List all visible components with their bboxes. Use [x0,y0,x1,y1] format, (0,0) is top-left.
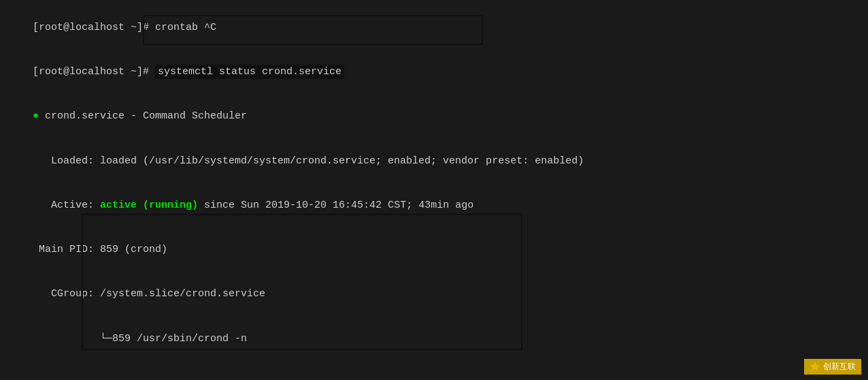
terminal-window: [root@localhost ~]# crontab ^C [root@loc… [0,0,868,380]
terminal-line-9: Oct 20 16:45:42 localhost.localdomain sy… [8,376,860,380]
watermark: 创新互联 [804,359,861,375]
active-since: since Sun 2019-10-20 16:45:42 CST; 43min… [198,200,473,211]
terminal-line-2: [root@localhost ~]# systemctl status cro… [8,50,860,94]
terminal-line-5: Active: active (running) since Sun 2019-… [8,183,860,227]
loaded-label: Loaded: loaded (/usr/lib/systemd/system/… [33,155,584,167]
prompt-1: [root@localhost ~]# crontab ^C [33,22,216,33]
cgroup-process: └─859 /usr/sbin/crond -n [33,333,247,345]
terminal-line-4: Loaded: loaded (/usr/lib/systemd/system/… [8,139,860,183]
watermark-text: 创新互联 [823,361,856,373]
terminal-line-3: ● crond.service - Command Scheduler [8,95,860,139]
terminal-line-blank1 [8,361,860,376]
service-name: crond.service - Command Scheduler [45,110,247,122]
command-highlight: systemctl status crond.service [155,65,344,79]
service-dot: ● [33,110,45,122]
terminal-line-6: Main PID: 859 (crond) [8,227,860,272]
prompt-2: [root@localhost ~]# [33,66,155,78]
terminal-line-8: └─859 /usr/sbin/crond -n [8,317,860,361]
watermark-icon [809,362,820,373]
cgroup-label: CGroup: /system.slice/crond.service [33,288,265,300]
main-pid: Main PID: 859 (crond) [33,244,167,255]
terminal-line-1: [root@localhost ~]# crontab ^C [8,5,860,50]
active-status: active (running) [100,200,198,211]
terminal-line-7: CGroup: /system.slice/crond.service [8,272,860,317]
active-label: Active: [33,200,100,211]
